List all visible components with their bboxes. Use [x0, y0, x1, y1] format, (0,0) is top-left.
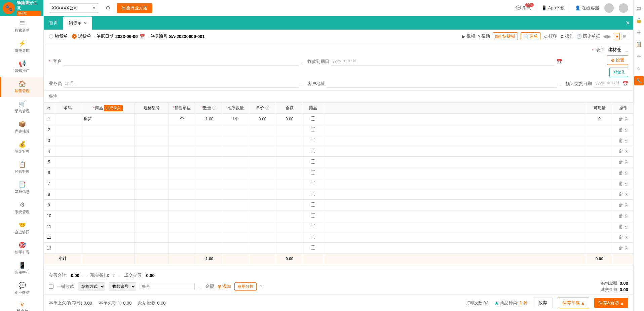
row-gift[interactable]	[303, 124, 323, 135]
copy-icon[interactable]: ⎘	[625, 138, 628, 143]
row-price[interactable]	[249, 178, 276, 189]
add-payment-button[interactable]: ⊕ 添加	[217, 283, 231, 290]
copy-icon[interactable]: ⎘	[625, 245, 628, 251]
copy-icon[interactable]: ⎘	[625, 192, 628, 197]
row-unit[interactable]	[168, 146, 195, 157]
message-button[interactable]: 💬 消息 99+	[516, 5, 531, 11]
row-amount[interactable]	[276, 243, 303, 254]
customer-input[interactable]	[64, 57, 298, 66]
right-panel-icon-1[interactable]: ▤	[634, 3, 644, 13]
row-amount[interactable]	[276, 146, 303, 157]
grid-view-btn[interactable]: ⊞	[621, 33, 628, 40]
delete-icon[interactable]: 🗑	[618, 159, 623, 165]
row-barcode[interactable]	[54, 232, 81, 243]
row-amount[interactable]: 0.00	[276, 114, 303, 124]
row-barcode[interactable]	[54, 124, 81, 135]
row-gift[interactable]	[303, 232, 323, 243]
operation-action[interactable]: ⚙ 操作	[560, 33, 574, 39]
help-action[interactable]: ? 帮助	[478, 33, 490, 39]
row-barcode[interactable]	[54, 167, 81, 178]
row-barcode[interactable]	[54, 114, 81, 124]
discount-help-icon[interactable]: ?	[113, 273, 115, 278]
prev-arrow[interactable]: ◀	[603, 34, 607, 39]
row-spec[interactable]	[135, 232, 168, 243]
row-product[interactable]: 拆货	[81, 114, 135, 124]
copy-icon[interactable]: ⎘	[625, 159, 628, 165]
row-gift[interactable]	[303, 178, 323, 189]
row-gift[interactable]	[303, 167, 323, 178]
sidebar-item-operation[interactable]: 📋 经营管理	[0, 157, 43, 178]
row-price[interactable]	[249, 243, 276, 254]
row-spec[interactable]	[135, 200, 168, 210]
shortcut-action[interactable]: ⌨ 快捷键	[493, 32, 518, 40]
row-price[interactable]	[249, 167, 276, 178]
row-barcode[interactable]	[54, 157, 81, 167]
next-arrow[interactable]: ▶	[607, 34, 611, 39]
experience-button[interactable]: 体验行业方案	[117, 3, 152, 13]
row-unit[interactable]	[168, 243, 195, 254]
row-unit[interactable]	[168, 210, 195, 221]
row-qty[interactable]: -1.00	[195, 114, 222, 124]
expected-delivery-input[interactable]: yyyy-mm-dd	[594, 80, 620, 88]
row-barcode[interactable]	[54, 210, 81, 221]
select-action[interactable]: 📄 选单	[521, 32, 540, 40]
salesperson-input[interactable]: 选择...	[64, 80, 298, 88]
row-price[interactable]	[249, 146, 276, 157]
sidebar-item-inventory[interactable]: 📦 库存核算	[0, 117, 43, 137]
sidebar-item-vip[interactable]: V 畅会员	[0, 299, 43, 311]
row-barcode[interactable]	[54, 189, 81, 200]
row-product[interactable]	[81, 157, 135, 167]
row-gift[interactable]	[303, 114, 323, 124]
short-help-icon[interactable]: ⓘ	[118, 300, 122, 306]
sidebar-item-purchase[interactable]: 🛒 采购管理	[0, 97, 43, 117]
account-number-input[interactable]	[140, 283, 195, 290]
row-unit[interactable]	[168, 135, 195, 146]
app-download-button[interactable]: 📱 App下载	[541, 5, 565, 11]
row-amount[interactable]	[276, 232, 303, 243]
tab-close-all[interactable]: ✕	[626, 20, 633, 26]
row-gift[interactable]	[303, 221, 323, 232]
row-pkg-qty[interactable]	[222, 135, 249, 146]
row-pkg-qty[interactable]	[222, 157, 249, 167]
row-pkg-qty[interactable]	[222, 221, 249, 232]
row-pkg-qty[interactable]	[222, 210, 249, 221]
row-pkg-qty[interactable]: 1个	[222, 114, 249, 124]
row-unit[interactable]	[168, 167, 195, 178]
list-view-btn[interactable]: ≡	[614, 33, 620, 40]
right-panel-icon-5[interactable]: ✏	[634, 52, 644, 61]
row-amount[interactable]	[276, 178, 303, 189]
copy-icon[interactable]: ⎘	[625, 149, 628, 154]
right-panel-icon-6[interactable]: ☆	[634, 64, 644, 73]
copy-icon[interactable]: ⎘	[625, 170, 628, 176]
row-gift[interactable]	[303, 200, 323, 210]
due-date-input[interactable]: yyyy-mm-dd	[331, 57, 555, 66]
row-qty[interactable]	[195, 243, 222, 254]
row-pkg-qty[interactable]	[222, 200, 249, 210]
settings-button[interactable]: ⚙ 设置	[607, 55, 628, 65]
remark-input[interactable]	[60, 93, 628, 100]
row-amount[interactable]	[276, 157, 303, 167]
copy-icon[interactable]: ⎘	[625, 127, 628, 132]
row-unit[interactable]	[168, 157, 195, 167]
row-product[interactable]	[81, 243, 135, 254]
sidebar-item-guide[interactable]: 🎯 新手引导	[0, 238, 43, 258]
row-spec[interactable]	[135, 189, 168, 200]
sidebar-item-wechat[interactable]: 💬 企业微信	[0, 278, 43, 299]
tab-sales-order[interactable]: 销货单 ✕	[63, 16, 92, 30]
delete-icon[interactable]: 🗑	[618, 181, 623, 186]
row-spec[interactable]	[135, 124, 168, 135]
row-pkg-qty[interactable]	[222, 232, 249, 243]
row-qty[interactable]	[195, 157, 222, 167]
radio-sales[interactable]: 销货单	[49, 33, 68, 39]
row-unit[interactable]: 个	[168, 114, 195, 124]
row-spec[interactable]	[135, 146, 168, 157]
row-qty[interactable]	[195, 232, 222, 243]
delete-icon[interactable]: 🗑	[618, 149, 623, 154]
copy-icon[interactable]: ⎘	[625, 116, 628, 122]
row-qty[interactable]	[195, 178, 222, 189]
row-spec[interactable]	[135, 135, 168, 146]
row-price[interactable]: 0.00	[249, 114, 276, 124]
address-dots[interactable]: ...	[559, 81, 562, 86]
payment-dots[interactable]: ...	[198, 284, 202, 289]
row-pkg-qty[interactable]	[222, 146, 249, 157]
